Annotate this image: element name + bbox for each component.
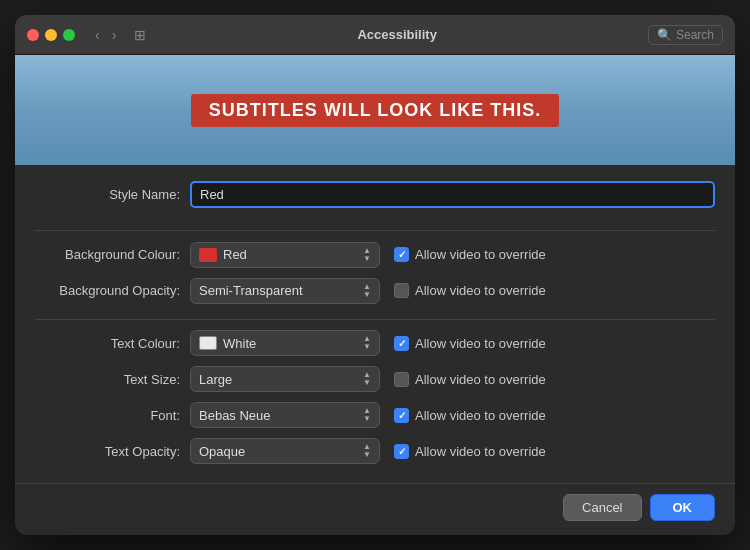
allow-override-0: ✓ Allow video to override — [394, 247, 546, 262]
check-icon-0: ✓ — [398, 249, 406, 260]
allow-label-1: Allow video to override — [415, 283, 546, 298]
subtitle-preview-box: SUBTITLES WILL LOOK LIKE THIS. — [191, 94, 560, 127]
select-value-5: Opaque — [199, 444, 353, 459]
chevron-icon-0: ▲▼ — [363, 247, 371, 263]
allow-label-0: Allow video to override — [415, 247, 546, 262]
checkbox-1[interactable] — [394, 283, 409, 298]
colour-swatch-2 — [199, 336, 217, 350]
chevron-icon-3: ▲▼ — [363, 371, 371, 387]
search-placeholder: Search — [676, 28, 714, 42]
close-button[interactable] — [27, 29, 39, 41]
select-text-colour[interactable]: White ▲▼ — [190, 330, 380, 356]
chevron-icon-1: ▲▼ — [363, 283, 371, 299]
divider-1 — [35, 230, 715, 231]
titlebar: ‹ › ⊞ Accessibility 🔍 Search — [15, 15, 735, 55]
allow-override-4: ✓ Allow video to override — [394, 408, 546, 423]
checkbox-5[interactable]: ✓ — [394, 444, 409, 459]
field-label-5: Text Opacity: — [35, 444, 180, 459]
check-icon-5: ✓ — [398, 446, 406, 457]
traffic-lights — [27, 29, 75, 41]
form-row-0: Background Colour: Red ▲▼ ✓ Allow video … — [35, 241, 715, 269]
field-label-4: Font: — [35, 408, 180, 423]
footer: Cancel OK — [15, 484, 735, 535]
allow-override-5: ✓ Allow video to override — [394, 444, 546, 459]
allow-label-3: Allow video to override — [415, 372, 546, 387]
style-name-row: Style Name: — [35, 181, 715, 208]
form-row-5: Text Opacity: Opaque ▲▼ ✓ Allow video to… — [35, 437, 715, 465]
check-icon-4: ✓ — [398, 410, 406, 421]
check-icon-2: ✓ — [398, 338, 406, 349]
window-title: Accessibility — [154, 27, 640, 42]
search-box[interactable]: 🔍 Search — [648, 25, 723, 45]
allow-override-3: Allow video to override — [394, 372, 546, 387]
form-row-1: Background Opacity: Semi-Transparent ▲▼ … — [35, 277, 715, 305]
field-label-0: Background Colour: — [35, 247, 180, 262]
checkbox-3[interactable] — [394, 372, 409, 387]
select-font[interactable]: Bebas Neue ▲▼ — [190, 402, 380, 428]
cancel-button[interactable]: Cancel — [563, 494, 641, 521]
select-value-1: Semi-Transparent — [199, 283, 353, 298]
select-value-2: White — [223, 336, 353, 351]
allow-label-5: Allow video to override — [415, 444, 546, 459]
style-name-input[interactable] — [190, 181, 715, 208]
field-label-3: Text Size: — [35, 372, 180, 387]
select-value-0: Red — [223, 247, 353, 262]
allow-label-4: Allow video to override — [415, 408, 546, 423]
checkbox-2[interactable]: ✓ — [394, 336, 409, 351]
allow-override-1: Allow video to override — [394, 283, 546, 298]
allow-override-2: ✓ Allow video to override — [394, 336, 546, 351]
back-arrow[interactable]: ‹ — [91, 27, 104, 43]
form-row-2: Text Colour: White ▲▼ ✓ Allow video to o… — [35, 329, 715, 357]
subtitle-preview-text: SUBTITLES WILL LOOK LIKE THIS. — [209, 100, 542, 120]
field-label-2: Text Colour: — [35, 336, 180, 351]
settings-content: Style Name: Background Colour: Red ▲▼ ✓ … — [15, 165, 735, 483]
style-name-label: Style Name: — [35, 187, 180, 202]
select-background-opacity[interactable]: Semi-Transparent ▲▼ — [190, 278, 380, 304]
subtitle-preview-area: SUBTITLES WILL LOOK LIKE THIS. — [15, 55, 735, 165]
nav-arrows: ‹ › — [91, 27, 120, 43]
form-row-4: Font: Bebas Neue ▲▼ ✓ Allow video to ove… — [35, 401, 715, 429]
chevron-icon-5: ▲▼ — [363, 443, 371, 459]
minimize-button[interactable] — [45, 29, 57, 41]
maximize-button[interactable] — [63, 29, 75, 41]
window: ‹ › ⊞ Accessibility 🔍 Search SUBTITLES W… — [15, 15, 735, 535]
chevron-icon-2: ▲▼ — [363, 335, 371, 351]
colour-swatch-0 — [199, 248, 217, 262]
field-label-1: Background Opacity: — [35, 283, 180, 298]
search-icon: 🔍 — [657, 28, 672, 42]
grid-icon[interactable]: ⊞ — [134, 27, 146, 43]
select-value-3: Large — [199, 372, 353, 387]
checkbox-0[interactable]: ✓ — [394, 247, 409, 262]
allow-label-2: Allow video to override — [415, 336, 546, 351]
select-text-size[interactable]: Large ▲▼ — [190, 366, 380, 392]
checkbox-4[interactable]: ✓ — [394, 408, 409, 423]
ok-button[interactable]: OK — [650, 494, 716, 521]
select-background-colour[interactable]: Red ▲▼ — [190, 242, 380, 268]
select-text-opacity[interactable]: Opaque ▲▼ — [190, 438, 380, 464]
select-value-4: Bebas Neue — [199, 408, 353, 423]
forward-arrow[interactable]: › — [108, 27, 121, 43]
chevron-icon-4: ▲▼ — [363, 407, 371, 423]
form-row-3: Text Size: Large ▲▼ Allow video to overr… — [35, 365, 715, 393]
divider-2 — [35, 319, 715, 320]
